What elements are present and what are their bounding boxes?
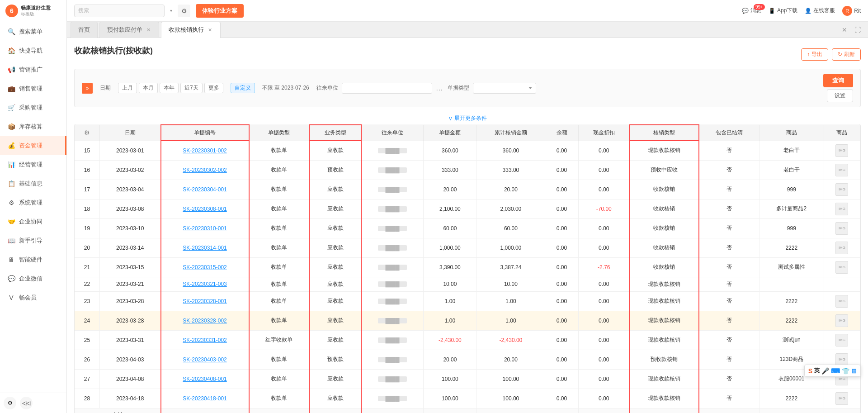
online-service-action[interactable]: 👤 在线客服	[805, 7, 835, 14]
sidebar-item-销售管理[interactable]: 💼销售管理	[0, 79, 66, 98]
sidebar-item-畅会员[interactable]: V畅会员	[0, 288, 66, 307]
table-row: 24 2023-03-28 SK-20230328-002 收款单 应收款 ██…	[75, 311, 860, 330]
mic-icon[interactable]: 🎤	[821, 367, 829, 375]
cell-order-no-3[interactable]: SK-20230308-001	[161, 199, 249, 218]
header-actions: 💬 消息 99+ 📱 App下载 👤 在线客服 R Rit	[742, 6, 861, 16]
th-partner: 往来单位	[361, 125, 424, 141]
cell-order-no-12[interactable]: SK-20230408-001	[161, 369, 249, 389]
brand-text: 英	[814, 367, 820, 375]
cell-cash-discount-9: 0.00	[578, 311, 629, 330]
sidebar-item-搜索菜单[interactable]: 🔍搜索菜单	[0, 22, 66, 41]
cell-order-no-1[interactable]: SK-20230302-002	[161, 160, 249, 180]
date-options: 上月本月本年近7天更多	[118, 83, 223, 93]
messages-action[interactable]: 💬 消息 99+	[742, 7, 761, 14]
order-no-link-3[interactable]: SK-20230308-001	[183, 206, 226, 212]
th-gear[interactable]: ⚙	[75, 125, 99, 141]
cell-order-no-13[interactable]: SK-20230418-001	[161, 389, 249, 408]
app-logo: 6 畅康道好生意 标推版	[0, 0, 66, 22]
order-no-link-11[interactable]: SK-20230403-002	[183, 356, 226, 363]
partner-input[interactable]	[342, 83, 432, 94]
cell-order-no-4[interactable]: SK-20230310-001	[161, 218, 249, 238]
order-no-link-8[interactable]: SK-20230328-001	[183, 298, 226, 304]
tab-close-2[interactable]: ✕	[207, 27, 213, 33]
industry-solution-button[interactable]: 体验行业方案	[196, 4, 244, 18]
cell-cash-discount-7: 0.00	[578, 277, 629, 291]
date-btn-近7天[interactable]: 近7天	[180, 83, 203, 93]
user-profile[interactable]: R Rit	[842, 6, 861, 16]
gear-icon[interactable]: ⚙	[84, 129, 90, 136]
cell-product-6: 测试多属性	[759, 257, 824, 277]
sidebar-item-经营管理[interactable]: 📊经营管理	[0, 155, 66, 174]
expand-button[interactable]: ∨ 展开更多条件	[76, 114, 859, 122]
tab-2[interactable]: 收款核销执行✕	[161, 22, 221, 38]
cell-write-off-type-1: 预收中应收	[630, 160, 699, 180]
sidebar-item-采购管理[interactable]: 🛒采购管理	[0, 98, 66, 117]
grid-icon[interactable]: ⊞	[851, 367, 857, 375]
query-button[interactable]: 查询	[823, 74, 853, 87]
keyboard-icon[interactable]: ⌨	[831, 367, 840, 375]
sidebar-item-企业协同[interactable]: 🤝企业协同	[0, 212, 66, 231]
filter-toggle-button[interactable]: »	[82, 83, 93, 94]
order-no-link-13[interactable]: SK-20230418-001	[183, 395, 226, 402]
cell-order-no-9[interactable]: SK-20230328-002	[161, 311, 249, 330]
cell-no-8: 23	[75, 291, 99, 311]
tab-1[interactable]: 预付款应付单✕	[99, 22, 159, 38]
cell-order-no-8[interactable]: SK-20230328-001	[161, 291, 249, 311]
dropdown-arrow-icon[interactable]: ▾	[170, 8, 172, 13]
order-no-link-6[interactable]: SK-20230315-002	[183, 264, 226, 271]
order-no-link-1[interactable]: SK-20230302-002	[183, 167, 226, 173]
order-no-link-4[interactable]: SK-20230310-001	[183, 225, 226, 232]
settings-button[interactable]: 设置	[827, 89, 853, 102]
sidebar-item-系统管理[interactable]: ⚙系统管理	[0, 193, 66, 212]
order-no-link-12[interactable]: SK-20230408-001	[183, 376, 226, 382]
cell-balance-4: 0.00	[545, 218, 578, 238]
sidebar-item-营销推广[interactable]: 📢营销推广	[0, 60, 66, 79]
table-row: 18 2023-03-08 SK-20230308-001 收款单 应收款 ██…	[75, 199, 860, 218]
cell-order-no-7[interactable]: SK-20230321-003	[161, 277, 249, 291]
collapse-icon[interactable]: ◁◁	[20, 397, 33, 409]
sidebar-item-基础信息[interactable]: 📋基础信息	[0, 174, 66, 193]
cell-order-no-6[interactable]: SK-20230315-002	[161, 257, 249, 277]
app-download-action[interactable]: 📱 App下载	[769, 7, 797, 14]
close-tab-icon[interactable]: ✕	[838, 24, 851, 35]
date-btn-本年[interactable]: 本年	[160, 83, 179, 93]
order-no-link-0[interactable]: SK-20230301-002	[183, 147, 226, 154]
gear-icon[interactable]: ⚙	[178, 5, 190, 17]
refresh-button[interactable]: ↻ 刷新	[832, 48, 861, 61]
cell-include-settled-9: 否	[699, 311, 759, 330]
sidebar-item-库存核算[interactable]: 📦库存核算	[0, 117, 66, 136]
settings-icon[interactable]: ⚙	[4, 397, 16, 409]
cell-include-settled-13: 否	[699, 389, 759, 408]
order-no-link-7[interactable]: SK-20230321-003	[183, 281, 226, 287]
sidebar-item-资金管理[interactable]: 💰资金管理	[0, 136, 66, 155]
cell-include-settled-11: 否	[699, 350, 759, 369]
date-btn-更多[interactable]: 更多	[204, 83, 223, 93]
tab-0[interactable]: 首页	[71, 22, 98, 38]
tab-close-1[interactable]: ✕	[145, 27, 151, 33]
cell-order-no-11[interactable]: SK-20230403-002	[161, 350, 249, 369]
sidebar-item-企业微信[interactable]: 💬企业微信	[0, 269, 66, 288]
shirt-icon[interactable]: 👕	[842, 367, 849, 375]
custom-date-button[interactable]: 自定义	[231, 83, 255, 93]
order-no-link-5[interactable]: SK-20230314-001	[183, 245, 226, 251]
cell-order-no-2[interactable]: SK-20230304-001	[161, 180, 249, 199]
more-options-icon[interactable]: …	[436, 84, 444, 92]
cell-order-no-0[interactable]: SK-20230301-002	[161, 141, 249, 160]
date-btn-上月[interactable]: 上月	[118, 83, 137, 93]
page-title: 收款核销执行(按收款)	[74, 45, 153, 56]
cell-partner-10: ████	[361, 330, 424, 350]
order-type-select[interactable]	[473, 83, 536, 94]
table-row: 22 2023-03-21 SK-20230321-003 收款单 应收款 ██…	[75, 277, 860, 291]
date-btn-本月[interactable]: 本月	[139, 83, 158, 93]
cell-order-no-10[interactable]: SK-20230331-002	[161, 330, 249, 350]
order-no-link-10[interactable]: SK-20230331-002	[183, 337, 226, 343]
order-no-link-9[interactable]: SK-20230328-002	[183, 318, 226, 324]
sidebar-item-快捷导航[interactable]: 🏠快捷导航	[0, 41, 66, 60]
sidebar-label-10: 企业协同	[19, 218, 42, 226]
order-no-link-2[interactable]: SK-20230304-001	[183, 186, 226, 193]
maximize-icon[interactable]: ⛶	[851, 24, 864, 35]
sidebar-item-新手引导[interactable]: 📖新手引导	[0, 231, 66, 250]
sidebar-item-智能硬件[interactable]: 🖥智能硬件	[0, 250, 66, 269]
export-button[interactable]: ↑ 导出	[801, 48, 828, 61]
cell-order-no-5[interactable]: SK-20230314-001	[161, 238, 249, 257]
